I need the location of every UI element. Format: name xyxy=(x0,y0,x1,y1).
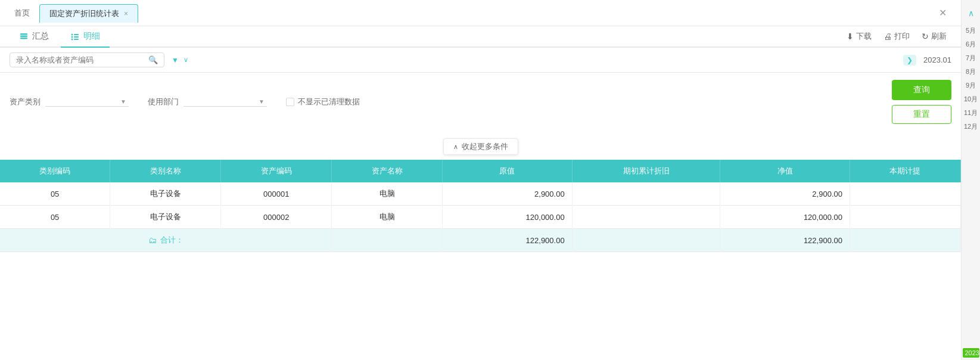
month-item[interactable]: 5月 xyxy=(963,24,979,38)
td-total-placeholder xyxy=(332,229,443,252)
window-close-button[interactable]: ✕ xyxy=(934,5,951,21)
table-area: 类别编码 类别名称 资产编码 资产名称 原值 期初累计折旧 净值 本期计提 05… xyxy=(0,160,961,360)
search-bar: 🔍 ▼ ∨ ❯ 2023.01 xyxy=(0,48,961,73)
th-original-value: 原值 xyxy=(443,160,573,182)
filter-dept: 使用部门 ▼ xyxy=(148,97,267,107)
asset-type-dropdown-icon: ▼ xyxy=(120,98,126,105)
table-row: 05 电子设备 000002 电脑 120,000.00 120,000.00 xyxy=(0,206,961,229)
nav-tab-fixed-assets[interactable]: 固定资产折旧统计表 × xyxy=(39,4,138,23)
svg-rect-1 xyxy=(20,36,27,38)
td-current-depreciation xyxy=(850,206,960,229)
hide-cleared-label: 不显示已清理数据 xyxy=(298,97,360,107)
filter-icon: ▼ xyxy=(172,56,179,64)
month-item[interactable]: 6月 xyxy=(963,38,979,51)
asset-type-label: 资产类别 xyxy=(10,97,41,107)
td-asset-name: 电脑 xyxy=(332,206,443,229)
print-button[interactable]: 🖨 打印 xyxy=(883,31,910,42)
td-asset-name: 电脑 xyxy=(332,182,443,206)
nav-home[interactable]: 首页 xyxy=(10,8,35,18)
nav-tab-close-icon[interactable]: × xyxy=(124,10,128,18)
svg-rect-4 xyxy=(74,34,79,35)
td-asset-code: 000002 xyxy=(221,206,332,229)
td-category-code: 05 xyxy=(0,182,110,206)
td-original-value: 120,000.00 xyxy=(443,206,573,229)
td-category-name: 电子设备 xyxy=(110,206,221,229)
nav-tab-label: 固定资产折旧统计表 xyxy=(49,8,119,19)
right-panel: ∧ 5月6月7月8月9月10月11月12月 2023 xyxy=(961,0,980,360)
td-category-code: 05 xyxy=(0,206,110,229)
date-display: ❯ 2023.01 xyxy=(903,55,951,64)
td-net-value: 120,000.00 xyxy=(720,206,850,229)
dept-select[interactable]: ▼ xyxy=(183,97,267,107)
filter-area: 资产类别 ▼ 使用部门 ▼ 不显示已清 xyxy=(0,73,961,134)
month-item[interactable]: 8月 xyxy=(963,65,979,79)
th-category-name: 类别名称 xyxy=(110,160,221,182)
svg-rect-6 xyxy=(74,36,79,38)
filter-asset-type: 资产类别 ▼ xyxy=(10,97,129,107)
td-accumulated-depreciation xyxy=(572,206,720,229)
data-table: 类别编码 类别名称 资产编码 资产名称 原值 期初累计折旧 净值 本期计提 05… xyxy=(0,160,961,252)
td-accumulated-depreciation xyxy=(572,182,720,206)
month-item[interactable]: 10月 xyxy=(963,92,979,106)
tab-summary[interactable]: 汇总 xyxy=(10,26,58,48)
table-header-row: 类别编码 类别名称 资产编码 资产名称 原值 期初累计折旧 净值 本期计提 xyxy=(0,160,961,182)
th-accumulated-depreciation: 期初累计折旧 xyxy=(572,160,720,182)
svg-rect-2 xyxy=(20,38,27,39)
search-input[interactable] xyxy=(16,55,145,64)
search-icon: 🔍 xyxy=(148,55,158,64)
refresh-icon: ↻ xyxy=(922,32,929,41)
tab-detail-label: 明细 xyxy=(83,31,100,42)
td-total-current xyxy=(850,229,960,252)
dept-dropdown-icon: ▼ xyxy=(259,98,265,105)
more-conditions-button[interactable]: ▼ ∨ xyxy=(172,56,188,64)
svg-point-5 xyxy=(71,36,73,38)
th-asset-name: 资产名称 xyxy=(332,160,443,182)
svg-rect-0 xyxy=(20,33,27,35)
month-item[interactable]: 11月 xyxy=(963,106,979,120)
asset-type-select[interactable]: ▼ xyxy=(45,97,129,107)
right-panel-up-btn[interactable]: ∧ xyxy=(963,5,979,21)
expand-arrow-btn[interactable]: ❯ xyxy=(903,55,916,66)
filter-hide-cleared[interactable]: 不显示已清理数据 xyxy=(286,97,360,107)
refresh-button[interactable]: ↻ 刷新 xyxy=(922,31,947,42)
chevron-down-icon: ∨ xyxy=(183,56,188,64)
th-category-code: 类别编码 xyxy=(0,160,110,182)
month-item[interactable]: 9月 xyxy=(963,79,979,92)
top-nav: 首页 固定资产折旧统计表 × ✕ xyxy=(0,0,961,26)
th-asset-code: 资产编码 xyxy=(221,160,332,182)
download-label: 下载 xyxy=(856,31,872,42)
tab-detail[interactable]: 明细 xyxy=(61,26,110,48)
td-total-net-value: 122,900.00 xyxy=(720,229,850,252)
list-icon xyxy=(70,32,80,41)
collapse-bar: ∧ 收起更多条件 xyxy=(0,134,961,160)
query-button[interactable]: 查询 xyxy=(892,80,951,100)
print-icon: 🖨 xyxy=(883,32,892,41)
collapse-button[interactable]: ∧ 收起更多条件 xyxy=(443,138,518,155)
action-buttons: 查询 重置 xyxy=(892,80,951,124)
refresh-label: 刷新 xyxy=(931,31,947,42)
hide-cleared-checkbox[interactable] xyxy=(286,98,294,106)
month-item[interactable]: 12月 xyxy=(963,120,979,134)
td-total-accumulated xyxy=(572,229,720,252)
td-original-value: 2,900.00 xyxy=(443,182,573,206)
collapse-label: 收起更多条件 xyxy=(462,141,508,152)
month-item[interactable]: 7月 xyxy=(963,51,979,65)
tab-summary-label: 汇总 xyxy=(32,31,49,42)
reset-button[interactable]: 重置 xyxy=(892,105,951,124)
svg-rect-8 xyxy=(74,39,79,40)
collapse-icon: ∧ xyxy=(453,143,458,151)
td-current-depreciation xyxy=(850,182,960,206)
svg-point-7 xyxy=(71,39,73,41)
table-total-row: 🗂 合计： 122,900.00 122,900.00 xyxy=(0,229,961,252)
svg-point-3 xyxy=(71,34,73,36)
layers-icon xyxy=(19,32,29,41)
table-row: 05 电子设备 000001 电脑 2,900.00 2,900.00 xyxy=(0,182,961,206)
download-icon: ⬇ xyxy=(847,32,854,41)
year-badge: 2023 xyxy=(963,348,979,358)
td-total-label: 🗂 合计： xyxy=(0,229,332,252)
download-button[interactable]: ⬇ 下载 xyxy=(847,31,872,42)
th-current-depreciation: 本期计提 xyxy=(850,160,960,182)
total-icon: 🗂 xyxy=(148,235,157,245)
th-net-value: 净值 xyxy=(720,160,850,182)
search-input-wrap[interactable]: 🔍 xyxy=(10,52,164,67)
